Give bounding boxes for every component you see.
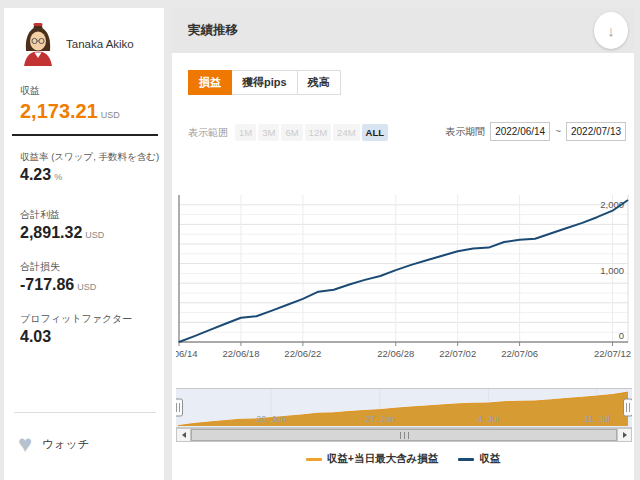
chart-legend: 収益+当日最大含み損益 収益 — [172, 452, 634, 466]
stat-label: 収益率 (スワップ, 手数料を含む) — [20, 150, 156, 163]
chart-tabs: 損益 獲得pips 残高 — [188, 70, 341, 95]
chart-navigator[interactable]: 20. Jun27. Jun4. Jul11. Jul — [176, 388, 632, 428]
return-rate-unit: % — [54, 172, 62, 182]
stat-total-loss: 合計損失 -717.86USD — [20, 260, 156, 294]
heart-icon: ♥ — [18, 432, 32, 456]
range-3m-button[interactable]: 3M — [258, 124, 279, 141]
legend-item-unrealized[interactable]: 収益+当日最大含み損益 — [306, 452, 438, 466]
stat-label: 合計利益 — [20, 208, 156, 221]
return-rate-amount: 4.23 — [20, 166, 51, 183]
legend-dash-orange-icon — [306, 458, 322, 461]
svg-text:27. Jun: 27. Jun — [365, 414, 395, 424]
grip-icon — [400, 432, 409, 439]
performance-line-chart[interactable]: 22/06/1422/06/1822/06/2222/06/2822/07/02… — [176, 190, 632, 362]
svg-text:22/07/02: 22/07/02 — [439, 348, 476, 359]
svg-text:4. Jul: 4. Jul — [478, 414, 500, 424]
svg-text:22/07/06: 22/07/06 — [501, 348, 538, 359]
profit-amount: 2,173.21 — [20, 100, 98, 122]
svg-text:22/06/22: 22/06/22 — [284, 348, 321, 359]
performance-panel: 実績推移 ↓ 損益 獲得pips 残高 表示範囲 1M 3M 6M 12M 24… — [172, 8, 634, 480]
trader-profile-card: Tanaka Akiko 収益 2,173.21USD 収益率 (スワップ, 手… — [4, 8, 164, 480]
total-profit-amount: 2,891.32 — [20, 224, 82, 241]
period-to-input[interactable]: 2022/07/13 — [566, 122, 626, 141]
stat-value: 4.23% — [20, 166, 156, 184]
svg-text:20. Jun: 20. Jun — [256, 414, 286, 424]
range-label: 表示範囲 — [188, 126, 228, 140]
stat-label: プロフィットファクター — [20, 312, 156, 325]
profile-header: Tanaka Akiko — [20, 22, 134, 66]
period-separator: ~ — [555, 126, 561, 137]
stat-return-rate: 収益率 (スワップ, 手数料を含む) 4.23% — [20, 150, 156, 184]
stat-value: 2,173.21USD — [20, 100, 156, 123]
stat-total-profit: 合計利益 2,891.32USD — [20, 208, 156, 242]
svg-text:0: 0 — [619, 330, 624, 341]
scrollbar-left-arrow[interactable] — [176, 428, 191, 442]
watch-label: ウォッチ — [42, 437, 89, 452]
svg-text:22/06/28: 22/06/28 — [377, 348, 414, 359]
triangle-right-icon — [623, 432, 627, 438]
svg-text:22/07/12: 22/07/12 — [594, 348, 631, 359]
down-arrow-icon: ↓ — [607, 22, 615, 39]
period-label: 表示期間 — [445, 125, 485, 139]
panel-title: 実績推移 — [188, 8, 238, 53]
svg-text:22/06/18: 22/06/18 — [222, 348, 259, 359]
divider — [12, 134, 158, 136]
scrollbar-right-arrow[interactable] — [617, 428, 632, 442]
total-loss-amount: -717.86 — [20, 276, 74, 293]
stat-label: 収益 — [20, 84, 156, 97]
avatar — [20, 22, 56, 66]
period-selector: 表示期間 2022/06/14 ~ 2022/07/13 — [445, 122, 626, 141]
triangle-left-icon — [182, 432, 186, 438]
svg-text:11. Jul: 11. Jul — [584, 414, 610, 424]
stat-profit: 収益 2,173.21USD — [20, 84, 156, 123]
panel-header: 実績推移 ↓ — [172, 8, 634, 53]
stat-value: 2,891.32USD — [20, 224, 156, 242]
range-12m-button[interactable]: 12M — [305, 124, 331, 141]
range-selector: 表示範囲 1M 3M 6M 12M 24M ALL — [188, 124, 388, 141]
svg-text:1,000: 1,000 — [600, 265, 624, 276]
collapse-button[interactable]: ↓ — [594, 12, 628, 49]
legend-item-profit[interactable]: 収益 — [458, 452, 500, 466]
stat-label: 合計損失 — [20, 260, 156, 273]
tab-balance[interactable]: 残高 — [298, 70, 341, 95]
profit-factor-amount: 4.03 — [20, 328, 51, 345]
range-all-button[interactable]: ALL — [362, 124, 388, 141]
divider — [14, 412, 156, 413]
watch-button[interactable]: ♥ ウォッチ — [18, 432, 89, 456]
range-24m-button[interactable]: 24M — [333, 124, 359, 141]
legend-label: 収益 — [479, 452, 500, 466]
tab-pnl[interactable]: 損益 — [188, 70, 232, 95]
scrollbar-track[interactable] — [191, 428, 617, 442]
legend-label: 収益+当日最大含み損益 — [327, 452, 438, 466]
stat-value: 4.03 — [20, 328, 156, 346]
stat-profit-factor: プロフィットファクター 4.03 — [20, 312, 156, 346]
page: Tanaka Akiko 収益 2,173.21USD 収益率 (スワップ, 手… — [0, 0, 640, 480]
total-profit-unit: USD — [85, 230, 104, 240]
total-loss-unit: USD — [77, 282, 96, 292]
svg-text:22/06/14: 22/06/14 — [176, 348, 197, 359]
period-from-input[interactable]: 2022/06/14 — [490, 122, 550, 141]
chart-scrollbar — [176, 428, 632, 442]
tab-pips[interactable]: 獲得pips — [232, 70, 298, 95]
profit-unit: USD — [101, 110, 120, 120]
legend-dash-navy-icon — [458, 458, 474, 461]
trader-name: Tanaka Akiko — [66, 38, 134, 50]
range-1m-button[interactable]: 1M — [235, 124, 256, 141]
range-6m-button[interactable]: 6M — [281, 124, 302, 141]
stat-value: -717.86USD — [20, 276, 156, 294]
scrollbar-thumb[interactable] — [191, 429, 617, 441]
